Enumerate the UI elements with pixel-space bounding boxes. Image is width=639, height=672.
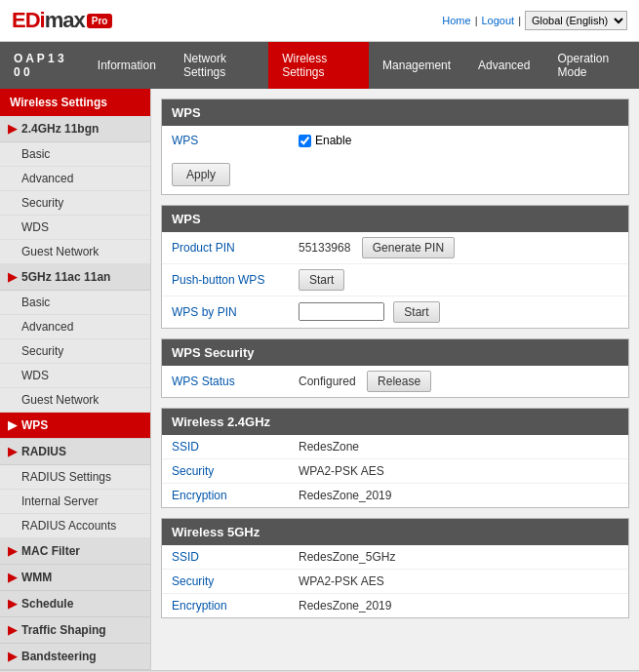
sidebar-group-radius: ▶ RADIUS RADIUS Settings Internal Server… bbox=[0, 439, 150, 538]
push-button-value: Start bbox=[299, 269, 344, 291]
home-link[interactable]: Home bbox=[442, 15, 470, 26]
header-links: Home | Logout | Global (English) bbox=[442, 11, 627, 30]
sidebar-item-wmm[interactable]: ▶ WMM bbox=[0, 565, 150, 591]
sidebar-item-traffic-shaping[interactable]: ▶ Traffic Shaping bbox=[0, 617, 150, 644]
nav-advanced[interactable]: Advanced bbox=[464, 42, 543, 89]
encryption-5-label: Encryption bbox=[172, 599, 299, 613]
release-button[interactable]: Release bbox=[367, 371, 431, 392]
nav-information[interactable]: Information bbox=[84, 42, 170, 89]
sidebar-group-header-5ghz[interactable]: ▶ 5GHz 11ac 11an bbox=[0, 264, 150, 291]
generate-pin-button[interactable]: Generate PIN bbox=[362, 237, 455, 258]
sidebar: Wireless Settings ▶ 2.4GHz 11bgn Basic A… bbox=[0, 89, 151, 670]
wps-security-section: WPS Security WPS Status Configured Relea… bbox=[161, 338, 629, 398]
sidebar-group-5ghz: ▶ 5GHz 11ac 11an Basic Advanced Security… bbox=[0, 264, 150, 413]
ssid-5-value: RedesZone_5GHz bbox=[299, 550, 395, 564]
wps-status-row: WPS Status Configured Release bbox=[162, 366, 628, 397]
ssid-24-row: SSID RedesZone bbox=[162, 435, 628, 459]
sidebar-group-2.4ghz: ▶ 2.4GHz 11bgn Basic Advanced Security W… bbox=[0, 116, 150, 264]
sidebar-item-radius-settings[interactable]: RADIUS Settings bbox=[0, 465, 150, 490]
wps-by-pin-label: WPS by PIN bbox=[172, 305, 299, 319]
sidebar-item-bandsteering[interactable]: ▶ Bandsteering bbox=[0, 644, 150, 670]
sidebar-item-guest-network-24[interactable]: Guest Network bbox=[0, 240, 150, 264]
logo-pro-badge: Pro bbox=[87, 14, 113, 28]
sidebar-item-radius-accounts[interactable]: RADIUS Accounts bbox=[0, 514, 150, 538]
logo-edimax: EDimax bbox=[12, 8, 85, 33]
nav-network-settings[interactable]: Network Settings bbox=[170, 42, 268, 89]
nav-operation-mode[interactable]: Operation Mode bbox=[543, 42, 639, 89]
wps-status-text: Configured bbox=[299, 375, 356, 388]
wps-enable-row: WPS Enable bbox=[162, 126, 628, 155]
sidebar-item-mac-filter[interactable]: ▶ MAC Filter bbox=[0, 538, 150, 565]
sidebar-group-label-wps: WPS bbox=[21, 418, 48, 432]
push-button-row: Push-button WPS Start bbox=[162, 264, 628, 296]
nav-management[interactable]: Management bbox=[369, 42, 464, 89]
arrow-icon-bandsteering: ▶ bbox=[8, 650, 17, 663]
ssid-5-row: SSID RedesZone_5GHz bbox=[162, 545, 628, 570]
sidebar-item-basic-24[interactable]: Basic bbox=[0, 142, 150, 167]
sidebar-item-guest-network-5[interactable]: Guest Network bbox=[0, 388, 150, 413]
wireless-5-section-header: Wireless 5GHz bbox=[162, 519, 628, 545]
sidebar-title: Wireless Settings bbox=[0, 89, 150, 116]
logout-link[interactable]: Logout bbox=[481, 15, 514, 26]
wps-by-pin-start-button[interactable]: Start bbox=[393, 301, 439, 323]
wps-by-pin-input[interactable] bbox=[299, 302, 384, 321]
product-pin-row: Product PIN 55133968 Generate PIN bbox=[162, 232, 628, 264]
arrow-icon-schedule: ▶ bbox=[8, 597, 17, 611]
wps-enable-checkbox[interactable] bbox=[299, 135, 311, 147]
sidebar-group-header-radius[interactable]: ▶ RADIUS bbox=[0, 439, 150, 465]
content-area: WPS WPS Enable Apply WPS Product PIN 551… bbox=[151, 89, 639, 670]
sidebar-group-traffic-shaping: ▶ Traffic Shaping bbox=[0, 617, 150, 644]
wireless-24-section: Wireless 2.4GHz SSID RedesZone Security … bbox=[161, 408, 629, 508]
apply-button-container: Apply bbox=[162, 155, 628, 194]
nav-wireless-settings[interactable]: Wireless Settings bbox=[268, 42, 369, 89]
apply-button[interactable]: Apply bbox=[172, 163, 230, 186]
main-layout: Wireless Settings ▶ 2.4GHz 11bgn Basic A… bbox=[0, 89, 639, 670]
wps-enable-section-header: WPS bbox=[162, 99, 628, 126]
security-24-row: Security WPA2-PSK AES bbox=[162, 459, 628, 484]
encryption-5-value: RedesZone_2019 bbox=[299, 599, 391, 613]
sidebar-group-bandsteering: ▶ Bandsteering bbox=[0, 644, 150, 670]
product-pin-label: Product PIN bbox=[172, 241, 299, 255]
ssid-24-value: RedesZone bbox=[299, 440, 359, 454]
nav-device-label: O A P 1 3 0 0 bbox=[0, 42, 84, 89]
encryption-24-row: Encryption RedesZone_2019 bbox=[162, 484, 628, 507]
sidebar-group-label-wmm: WMM bbox=[21, 571, 52, 584]
arrow-icon-traffic-shaping: ▶ bbox=[8, 623, 17, 637]
security-5-value: WPA2-PSK AES bbox=[299, 574, 384, 588]
sidebar-item-security-5[interactable]: Security bbox=[0, 339, 150, 364]
sidebar-item-internal-server[interactable]: Internal Server bbox=[0, 490, 150, 514]
security-5-label: Security bbox=[172, 574, 299, 588]
sidebar-item-schedule[interactable]: ▶ Schedule bbox=[0, 591, 150, 617]
language-select[interactable]: Global (English) bbox=[525, 11, 627, 30]
wps-enable-section: WPS WPS Enable Apply bbox=[161, 99, 629, 195]
arrow-icon-5ghz: ▶ bbox=[8, 270, 17, 284]
sidebar-item-basic-5[interactable]: Basic bbox=[0, 291, 150, 315]
arrow-icon-radius: ▶ bbox=[8, 445, 17, 458]
sidebar-item-advanced-24[interactable]: Advanced bbox=[0, 167, 150, 191]
sidebar-group-header-2.4ghz[interactable]: ▶ 2.4GHz 11bgn bbox=[0, 116, 150, 142]
push-button-label: Push-button WPS bbox=[172, 273, 299, 287]
ssid-24-label: SSID bbox=[172, 440, 299, 454]
wps-by-pin-value: Start bbox=[299, 301, 440, 323]
sidebar-group-schedule: ▶ Schedule bbox=[0, 591, 150, 617]
sidebar-group-wmm: ▶ WMM bbox=[0, 565, 150, 591]
security-5-row: Security WPA2-PSK AES bbox=[162, 570, 628, 594]
sidebar-item-wps[interactable]: ▶ WPS bbox=[0, 413, 150, 439]
sidebar-group-label-bandsteering: Bandsteering bbox=[21, 650, 97, 663]
sidebar-item-wds-5[interactable]: WDS bbox=[0, 364, 150, 388]
arrow-icon-2.4ghz: ▶ bbox=[8, 122, 17, 136]
security-24-value: WPA2-PSK AES bbox=[299, 464, 384, 478]
wps-enable-label: WPS bbox=[172, 134, 299, 147]
product-pin-number: 55133968 bbox=[299, 241, 350, 255]
header: EDimax Pro Home | Logout | Global (Engli… bbox=[0, 0, 639, 42]
encryption-24-label: Encryption bbox=[172, 489, 299, 502]
sidebar-item-wds-24[interactable]: WDS bbox=[0, 216, 150, 240]
push-button-start[interactable]: Start bbox=[299, 269, 344, 291]
wps-enable-text: Enable bbox=[315, 134, 351, 147]
sidebar-item-security-24[interactable]: Security bbox=[0, 191, 150, 216]
wireless-5-section: Wireless 5GHz SSID RedesZone_5GHz Securi… bbox=[161, 518, 629, 618]
encryption-24-value: RedesZone_2019 bbox=[299, 489, 391, 502]
wps-security-section-header: WPS Security bbox=[162, 339, 628, 366]
sidebar-item-advanced-5[interactable]: Advanced bbox=[0, 315, 150, 339]
wps-by-pin-row: WPS by PIN Start bbox=[162, 296, 628, 328]
